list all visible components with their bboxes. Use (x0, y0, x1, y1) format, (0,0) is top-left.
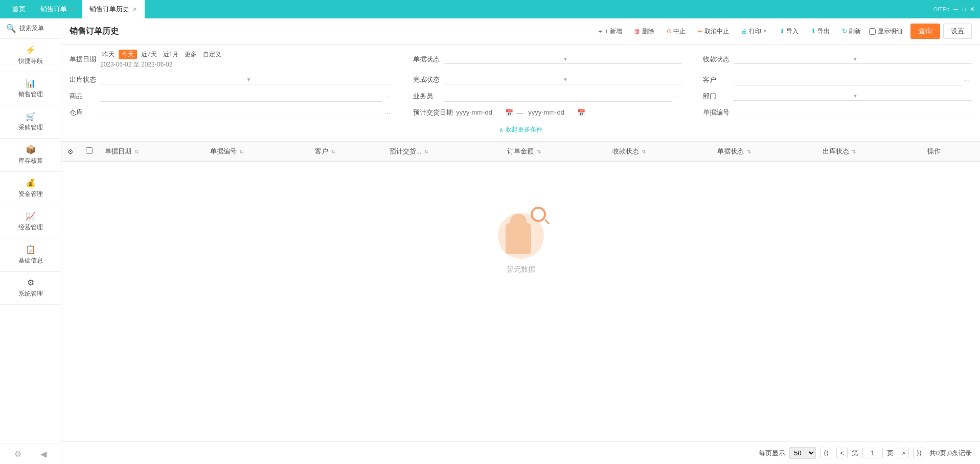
col-customer-sort-icon[interactable]: ⇅ (331, 149, 335, 154)
import-icon: ⬇ (780, 28, 785, 35)
col-receipt-sort-icon[interactable]: ⇅ (642, 149, 646, 154)
warehouse-dots[interactable]: ··· (382, 109, 392, 117)
filter-doc-status: 单据状态 ▼ (413, 55, 682, 64)
date-7days[interactable]: 近7天 (139, 50, 159, 59)
settings-button[interactable]: 设置 (943, 24, 972, 39)
new-button[interactable]: ＋ + 新增 (593, 25, 626, 38)
search-icon: 🔍 (6, 24, 16, 33)
tab-sales-order[interactable]: 销售订单 ✕ (33, 0, 82, 18)
refresh-button[interactable]: ↻ 刷新 (838, 25, 865, 38)
delete-icon: 🗑 (634, 28, 641, 35)
last-page-button[interactable]: ⟩⟩ (913, 448, 925, 458)
col-date: 单据日期 ⇅ (99, 142, 204, 162)
table-settings-icon[interactable]: ⚙ (67, 148, 74, 156)
delete-button[interactable]: 🗑 删除 (630, 25, 658, 38)
import-button[interactable]: ⬇ 导入 (776, 25, 803, 38)
customer-input[interactable] (734, 74, 962, 85)
col-outbound-sort-icon[interactable]: ⇅ (852, 149, 856, 154)
col-date-sort-icon[interactable]: ⇅ (134, 149, 139, 154)
receipt-status-dropdown[interactable]: ▼ (734, 55, 972, 64)
completion-dropdown[interactable]: ▼ (444, 75, 682, 84)
sidebar-collapse-icon[interactable]: ◀ (40, 449, 47, 459)
inventory-icon: 📦 (26, 145, 36, 154)
filter-doc-number: 单据编号 (703, 107, 972, 118)
sidebar-item-search[interactable]: 🔍 搜索菜单 (0, 18, 61, 39)
salesperson-input[interactable] (444, 91, 672, 102)
col-delivery-sort-icon[interactable]: ⇅ (424, 149, 428, 154)
calendar-end-icon[interactable]: 📅 (576, 109, 586, 117)
filter-department: 部门 ▼ (703, 92, 972, 101)
completion-label: 完成状态 (413, 75, 444, 84)
quick-nav-icon: ⚡ (26, 45, 36, 55)
close-sales-order-tab[interactable]: ✕ (70, 6, 75, 13)
col-amount-sort-icon[interactable]: ⇅ (537, 149, 541, 154)
date-1month[interactable]: 近1月 (161, 50, 181, 59)
outbound-status-dropdown[interactable]: ▼ (100, 75, 392, 84)
calendar-start-icon[interactable]: 📅 (504, 109, 514, 117)
filter-product: 商品 ··· (70, 91, 392, 102)
first-page-button[interactable]: ⟨⟨ (820, 448, 832, 458)
product-dots[interactable]: ··· (382, 93, 392, 100)
sidebar-item-finance[interactable]: 💰 资金管理 (0, 172, 61, 205)
close-button[interactable]: ✕ (970, 6, 975, 13)
print-button[interactable]: 🖨 打印 ▼ (737, 25, 771, 38)
salesperson-dots[interactable]: ··· (672, 93, 682, 100)
sales-icon: 📊 (26, 78, 36, 88)
department-dropdown[interactable]: ▼ (734, 92, 972, 101)
tab-home[interactable]: + 新增 首页 (5, 0, 33, 18)
prev-page-button[interactable]: < (836, 448, 848, 458)
collapse-more-conditions[interactable]: ∧ 收起更多条件 (70, 123, 972, 136)
sidebar-item-sales-mgmt[interactable]: 📊 销售管理 (0, 72, 61, 105)
department-label: 部门 (703, 92, 734, 101)
doc-number-input[interactable] (734, 107, 972, 118)
product-input[interactable] (100, 91, 382, 102)
show-detail-checkbox[interactable] (869, 28, 876, 35)
warehouse-input[interactable] (100, 107, 382, 118)
sidebar-settings-icon[interactable]: ⚙ (14, 449, 21, 459)
minimize-button[interactable]: ─ (953, 6, 958, 13)
sidebar-item-basic-info[interactable]: 📋 基础信息 (0, 238, 61, 272)
delivery-start-input[interactable] (453, 107, 504, 118)
sidebar-item-operations[interactable]: 📈 经营管理 (0, 205, 61, 238)
maximize-button[interactable]: □ (962, 6, 966, 13)
date-today[interactable]: 今天 (119, 50, 137, 59)
stop-button[interactable]: ⊘ 中止 (663, 25, 690, 38)
query-button[interactable]: 查询 (910, 24, 940, 39)
doc-status-dropdown[interactable]: ▼ (444, 55, 682, 64)
sys-icon: ⚙ (27, 278, 34, 288)
export-button[interactable]: ⬆ 导出 (807, 25, 834, 38)
next-page-button[interactable]: > (898, 448, 909, 458)
close-history-tab[interactable]: ✕ (132, 6, 137, 13)
collapse-up-icon: ∧ (499, 126, 504, 134)
sidebar-item-inventory[interactable]: 📦 库存核算 (0, 139, 61, 172)
per-page-select[interactable]: 10 20 50 100 (789, 447, 816, 459)
tab-sales-order-history[interactable]: 销售订单历史 ✕ (82, 0, 145, 18)
doc-date-label: 单据日期 (70, 55, 100, 64)
sidebar-item-purchase-mgmt[interactable]: 🛒 采购管理 (0, 105, 61, 139)
table-header: ⚙ 单据日期 ⇅ 单据编号 ⇅ (61, 142, 980, 162)
table-body: 暂无数据 (61, 162, 980, 316)
date-range-display: 2023-06-02 至 2023-06-02 (100, 60, 392, 69)
col-customer: 客户 ⇅ (309, 142, 383, 162)
date-custom[interactable]: 自定义 (201, 50, 223, 59)
cancel-stop-button[interactable]: ↩ 取消中止 (694, 25, 733, 38)
doc-status-label: 单据状态 (413, 55, 444, 64)
col-doc-sort-icon[interactable]: ⇅ (747, 149, 751, 154)
page-title: 销售订单历史 (70, 26, 119, 37)
filter-salesperson: 业务员 ··· (413, 91, 682, 102)
sidebar-item-sys-mgmt[interactable]: ⚙ 系统管理 (0, 272, 61, 305)
customer-dots[interactable]: ··· (962, 76, 972, 84)
date-more[interactable]: 更多 (183, 50, 199, 59)
col-operations: 操作 (921, 142, 980, 162)
main-layout: 🔍 搜索菜单 ⚡ 快捷导航 📊 销售管理 🛒 采购管理 📦 库存核算 💰 资金管… (0, 18, 980, 464)
sidebar-item-quick-nav[interactable]: ⚡ 快捷导航 (0, 39, 61, 72)
watermark-text: OfTEn (933, 6, 949, 12)
page-number-input[interactable] (862, 448, 883, 458)
delivery-date-label: 预计交货日期 (413, 108, 453, 117)
per-page-label: 每页显示 (759, 449, 785, 458)
col-number-sort-icon[interactable]: ⇅ (239, 149, 243, 154)
delivery-end-input[interactable] (525, 107, 576, 118)
toolbar: ＋ + 新增 🗑 删除 ⊘ 中止 ↩ 取消中止 🖨 打印 (593, 24, 972, 39)
select-all-checkbox[interactable] (86, 147, 93, 154)
date-yesterday[interactable]: 昨天 (100, 50, 117, 59)
